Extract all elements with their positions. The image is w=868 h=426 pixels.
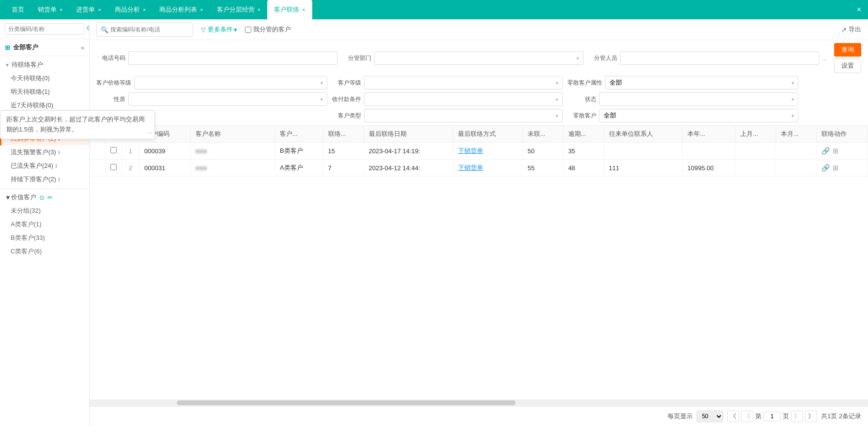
person-ellipsis[interactable]: …: [819, 55, 829, 62]
cell-check[interactable]: [106, 143, 122, 160]
sidebar-item-tomorrow[interactable]: 明天待联络(1): [0, 85, 89, 99]
cell-name: ■■■: [190, 160, 274, 176]
sidebar-item-today[interactable]: 今天待联络(0): [0, 72, 89, 85]
sidebar-item-a-class[interactable]: A类客户(1): [0, 218, 89, 231]
row-checkbox[interactable]: [110, 164, 117, 170]
scrollbar-thumb[interactable]: [177, 400, 516, 405]
main-layout: 🔍 ⊞ 全部客户 » ▼ 待联络客户 今天待联络(0) 明天待联络(1) 近7天…: [0, 19, 868, 426]
sidebar-all-customers-header[interactable]: ⊞ 全部客户 »: [0, 39, 89, 56]
declining-info[interactable]: ℹ: [58, 176, 60, 183]
sidebar-value-customers-group[interactable]: ▼ 价值客户 ⊙ ✏: [0, 191, 89, 204]
th-this-month: 本月...: [776, 126, 817, 143]
sidebar-search-input[interactable]: [5, 23, 84, 35]
nav-close-sales[interactable]: ×: [60, 7, 62, 13]
filter-rows: 电话号码 分管部门 ▾ 分管人员 … 查询 设置: [90, 40, 868, 126]
export-button[interactable]: ↗ 导出: [841, 25, 861, 34]
cell-no: 1: [122, 143, 139, 160]
nav-item-customer-segment[interactable]: 客户分层经营 ×: [210, 0, 267, 19]
lost-pre-info[interactable]: ℹ: [58, 149, 60, 156]
cust-level-select[interactable]: ▾: [364, 76, 563, 89]
nav-item-product-list[interactable]: 商品分析列表 ×: [152, 0, 210, 19]
retail-attr-label: 零散客户属性: [567, 79, 602, 87]
th-action: 联络动作: [816, 126, 868, 143]
status-select[interactable]: ▾: [599, 92, 798, 106]
sidebar-item-c-class[interactable]: C类客户(6): [0, 245, 89, 258]
nav-close-product-analysis[interactable]: ×: [143, 7, 146, 13]
action-link-icon[interactable]: 🔗: [822, 147, 830, 155]
my-customers-checkbox[interactable]: 我分管的客户: [245, 25, 291, 34]
nature-arrow: ▾: [320, 97, 323, 102]
prev-page-button[interactable]: 〈: [741, 411, 753, 422]
table-footer: 每页显示 50 100 200 《 〈 第 页 〉 》 共1页 2条记录: [90, 406, 868, 426]
nav-item-home[interactable]: 首页: [5, 0, 31, 19]
nav-close-customer-contact[interactable]: ×: [302, 7, 305, 13]
value-arrow-icon: ▼: [5, 194, 11, 201]
action-link-icon[interactable]: 🔗: [822, 164, 830, 172]
nav-item-product-analysis[interactable]: 商品分析 ×: [108, 0, 152, 19]
sidebar-item-ungrouped[interactable]: 未分组(32): [0, 204, 89, 218]
last-page-button[interactable]: 》: [805, 411, 817, 422]
close-all-tabs[interactable]: ×: [857, 5, 861, 14]
sidebar-all-customers-label: 全部客户: [13, 43, 38, 52]
person-label: 分管人员: [588, 54, 617, 62]
customer-table: ⚙ 客户编码 客户名称 客户... 联络... 最后联络日期 最后联络方式 未联…: [90, 126, 868, 176]
horizontal-scrollbar[interactable]: [90, 399, 868, 406]
search-input[interactable]: [110, 26, 189, 33]
cell-last-contact-method[interactable]: 下销货单: [453, 143, 523, 160]
retail-attr-arrow: ▾: [792, 80, 794, 86]
filter-more-button[interactable]: ▽ 更多条件 ▾: [201, 25, 237, 34]
nav-item-sales[interactable]: 销货单 ×: [31, 0, 69, 19]
price-level-select[interactable]: ▾: [134, 76, 327, 89]
sidebar-item-lost[interactable]: 已流失客户(24) ℹ: [0, 159, 89, 173]
person-input[interactable]: [620, 51, 819, 65]
my-customers-checkbox-input[interactable]: [245, 27, 251, 33]
nav-item-purchase[interactable]: 进货单 ×: [69, 0, 107, 19]
nav-close-customer-segment[interactable]: ×: [258, 7, 260, 13]
sidebar-item-b-class[interactable]: B类客户(33): [0, 231, 89, 245]
cell-last-contact-date: 2023-04-12 14:44:: [364, 160, 453, 176]
dept-select[interactable]: ▾: [374, 51, 583, 65]
cust-type-select[interactable]: ▾: [364, 109, 563, 122]
action-grid-icon[interactable]: ⊞: [833, 147, 838, 155]
payment-select[interactable]: ▾: [364, 92, 563, 106]
retail-attr-select[interactable]: 全部 ▾: [605, 76, 798, 89]
cell-no: 2: [122, 160, 139, 176]
sidebar-search-button[interactable]: 🔍: [86, 26, 90, 33]
retail-cust-select[interactable]: 全部 ▾: [599, 109, 798, 122]
funnel-icon: ▽: [201, 26, 206, 33]
sidebar-item-declining[interactable]: 持续下滑客户(2) ℹ: [0, 173, 89, 186]
next-page-button[interactable]: 〉: [791, 411, 803, 422]
value-customers-label: 价值客户: [11, 193, 36, 202]
cell-overdue: 35: [563, 143, 604, 160]
action-grid-icon[interactable]: ⊞: [833, 164, 838, 172]
first-page-button[interactable]: 《: [727, 411, 739, 422]
cell-last-month: [735, 160, 776, 176]
cell-last-contact-method[interactable]: 下销货单: [453, 160, 523, 176]
cell-check[interactable]: [106, 160, 122, 176]
pending-contact-text: 待联络客户: [12, 60, 43, 69]
page-size-select[interactable]: 50 100 200: [697, 411, 723, 422]
nature-select[interactable]: ▾: [128, 92, 327, 106]
value-customers-edit[interactable]: ⊙: [39, 194, 45, 201]
query-button[interactable]: 查询: [834, 43, 861, 57]
cust-level-label: 客户等级: [332, 79, 361, 87]
value-customers-config[interactable]: ✏: [47, 194, 53, 201]
phone-input[interactable]: [128, 51, 337, 65]
search-icon: 🔍: [101, 26, 108, 33]
lost-info[interactable]: ℹ: [55, 163, 57, 169]
row-checkbox[interactable]: [110, 147, 117, 153]
price-level-label: 客户价格等级: [96, 79, 131, 87]
setting-button[interactable]: 设置: [834, 59, 861, 73]
page-number-input[interactable]: [763, 411, 781, 421]
cell-contact: 15: [323, 143, 364, 160]
cell-action: 🔗 ⊞: [816, 143, 868, 160]
sidebar-collapse-button[interactable]: »: [81, 44, 84, 51]
sidebar-item-lost-pre[interactable]: 流失预警客户(3) ℹ: [0, 146, 89, 159]
nav-close-purchase[interactable]: ×: [98, 7, 101, 13]
th-last-contact-date: 最后联络日期: [364, 126, 453, 143]
cell-gear: [90, 143, 106, 160]
nav-close-product-list[interactable]: ×: [200, 7, 203, 13]
nav-item-customer-contact[interactable]: 客户联络 ×: [267, 0, 312, 19]
sidebar-pending-label[interactable]: ▼ 待联络客户: [0, 58, 89, 72]
total-records: 共1页 2条记录: [821, 412, 861, 421]
